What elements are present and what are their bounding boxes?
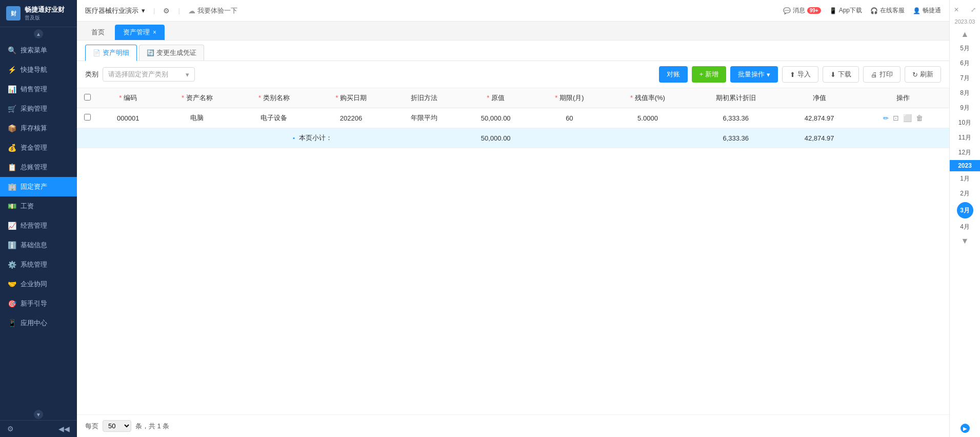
month-11[interactable]: 11月 [950, 130, 980, 145]
month-9[interactable]: 9月 [950, 101, 980, 115]
sidebar-item-system[interactable]: ⚙️ 系统管理 [0, 255, 77, 274]
cell-name: 电脑 [158, 108, 235, 128]
more-icon[interactable]: ⬜ [903, 114, 912, 122]
print-icon: 🖨 [871, 71, 877, 78]
messages-label: 消息 [793, 6, 805, 15]
panel-toggle-btn[interactable]: ▶ [961, 424, 970, 433]
settings-icon[interactable]: ⚙ [7, 425, 14, 433]
cell-depreciation-method: 年限平均 [390, 108, 459, 128]
category-filter[interactable]: 请选择固定资产类别 ▾ [103, 67, 195, 82]
row-checkbox[interactable] [84, 114, 91, 121]
company-name: 医疗器械行业演示 [85, 6, 138, 15]
payroll-icon: 💵 [7, 202, 16, 210]
subtotal-row: ▪ 本页小计： 50,000.00 6,333.36 42,874.97 [77, 128, 949, 148]
online-service-label: 在线客服 [880, 6, 905, 15]
sidebar-item-operations[interactable]: 📈 经营管理 [0, 216, 77, 235]
cell-code: 000001 [97, 108, 158, 128]
online-service-btn[interactable]: 🎧 在线客服 [870, 6, 905, 15]
app-download-btn[interactable]: 📱 App下载 [829, 6, 862, 15]
col-depreciation-method: 折旧方法 [390, 88, 459, 108]
guide-icon: 🎯 [7, 300, 16, 308]
month-3-active[interactable]: 3月 [957, 202, 973, 218]
subtab-asset-detail[interactable]: 📄 资产明细 [85, 45, 137, 61]
sidebar-item-payroll[interactable]: 💵 工资 [0, 196, 77, 216]
month-2[interactable]: 2月 [950, 186, 980, 201]
panel-close-icon[interactable]: ✕ [954, 6, 959, 13]
search-menu-icon: 🔍 [7, 46, 16, 54]
month-6[interactable]: 6月 [950, 56, 980, 71]
month-12[interactable]: 12月 [950, 145, 980, 160]
panel-up-btn[interactable]: ▲ [959, 28, 971, 41]
collapse-icon[interactable]: ◀◀ [58, 425, 70, 433]
sidebar-item-label: 新手引导 [21, 299, 47, 308]
refresh-icon: ↻ [912, 71, 918, 78]
reconcile-btn-label: 对账 [667, 70, 680, 79]
col-purchase-date: 购买日期 [312, 88, 389, 108]
download-btn-label: 下载 [838, 70, 851, 79]
month-8[interactable]: 8月 [950, 86, 980, 101]
sidebar-item-label: 库存核算 [21, 124, 47, 133]
select-all-checkbox[interactable] [84, 94, 91, 101]
sidebar-item-quick-nav[interactable]: ⚡ 快捷导航 [0, 60, 77, 80]
tab-asset-label: 资产管理 [123, 28, 150, 37]
sidebar-item-purchase[interactable]: 🛒 采购管理 [0, 99, 77, 118]
subtabs: 📄 资产明细 🔄 变更生成凭证 [77, 41, 949, 61]
settings-gear-icon[interactable]: ⚙ [163, 7, 170, 15]
copy-icon[interactable]: ⊡ [893, 114, 899, 122]
subtab-asset-detail-label: 资产明细 [103, 48, 129, 57]
sidebar-item-guide[interactable]: 🎯 新手引导 [0, 294, 77, 313]
panel-header: ✕ ⤢ [950, 4, 980, 15]
reconcile-btn[interactable]: 对账 [659, 66, 688, 83]
month-5[interactable]: 5月 [950, 41, 980, 56]
subtotal-label: 本页小计： [299, 134, 332, 142]
app-logo: 财 畅捷通好业财 普及版 [0, 0, 77, 27]
tab-asset-management[interactable]: 资产管理 × [115, 25, 165, 40]
logo-icon: 财 [6, 6, 21, 21]
tab-close-icon[interactable]: × [153, 29, 156, 36]
batch-btn[interactable]: 批量操作 ▾ [730, 66, 778, 83]
company-selector[interactable]: 医疗器械行业演示 ▾ [85, 6, 145, 15]
month-7[interactable]: 7月 [950, 71, 980, 86]
month-1[interactable]: 1月 [950, 171, 980, 186]
delete-icon[interactable]: 🗑 [916, 114, 923, 122]
sidebar-item-label: 系统管理 [21, 260, 47, 269]
sidebar-item-enterprise[interactable]: 🤝 企业协同 [0, 274, 77, 294]
sidebar-item-fixed-assets[interactable]: 🏢 固定资产 [0, 177, 77, 196]
cell-net-value: 42,874.97 [782, 108, 856, 128]
sidebar-item-ledger[interactable]: 📋 总账管理 [0, 157, 77, 177]
sidebar-item-sales[interactable]: 📊 销售管理 [0, 80, 77, 99]
sidebar-item-base-info[interactable]: ℹ️ 基础信息 [0, 235, 77, 255]
new-btn[interactable]: + 新增 [692, 66, 726, 83]
panel-down-btn[interactable]: ▼ [959, 234, 971, 248]
sidebar-item-app-center[interactable]: 📱 应用中心 [0, 313, 77, 333]
tabbar: 首页 资产管理 × [77, 22, 949, 41]
sidebar-item-label: 应用中心 [21, 319, 47, 328]
topbar: 医疗器械行业演示 ▾ | ⚙ | ☁ 我要体验一下 💬 消息 99+ 📱 App… [77, 0, 949, 22]
messages-btn[interactable]: 💬 消息 99+ [783, 6, 821, 15]
filter-arrow-icon: ▾ [186, 71, 189, 78]
month-4[interactable]: 4月 [950, 220, 980, 234]
col-residual-rate: 残值率(%) [606, 88, 690, 108]
print-btn[interactable]: 🖨 打印 [863, 66, 901, 83]
user-btn[interactable]: 👤 畅捷通 [913, 6, 941, 15]
import-btn[interactable]: ⬆ 导入 [782, 66, 818, 83]
sidebar-item-label: 企业协同 [21, 280, 47, 289]
edit-icon[interactable]: ✏ [883, 114, 889, 122]
subtotal-original-value: 50,000.00 [458, 128, 533, 148]
experience-btn[interactable]: ☁ 我要体验一下 [188, 6, 237, 15]
cell-accumulated-depreciation: 6,333.36 [689, 108, 782, 128]
refresh-btn[interactable]: ↻ 刷新 [905, 66, 941, 83]
scroll-down-btn[interactable]: ▼ [34, 410, 43, 419]
sidebar-item-label: 销售管理 [21, 85, 47, 94]
per-page-select[interactable]: 50 100 200 [103, 420, 131, 432]
panel-expand-icon[interactable]: ⤢ [971, 6, 976, 13]
subtab-change-voucher[interactable]: 🔄 变更生成凭证 [139, 45, 204, 61]
tab-home[interactable]: 首页 [83, 25, 113, 40]
sidebar-item-search-menu[interactable]: 🔍 搜索菜单 [0, 41, 77, 60]
month-10[interactable]: 10月 [950, 115, 980, 130]
sidebar-item-funds[interactable]: 💰 资金管理 [0, 138, 77, 157]
sidebar-item-inventory[interactable]: 📦 库存核算 [0, 118, 77, 138]
download-btn[interactable]: ⬇ 下载 [823, 66, 859, 83]
scroll-up-btn[interactable]: ▲ [34, 29, 43, 38]
sidebar: 财 畅捷通好业财 普及版 ▲ 🔍 搜索菜单 ⚡ 快捷导航 📊 销售管理 🛒 采购… [0, 0, 77, 437]
